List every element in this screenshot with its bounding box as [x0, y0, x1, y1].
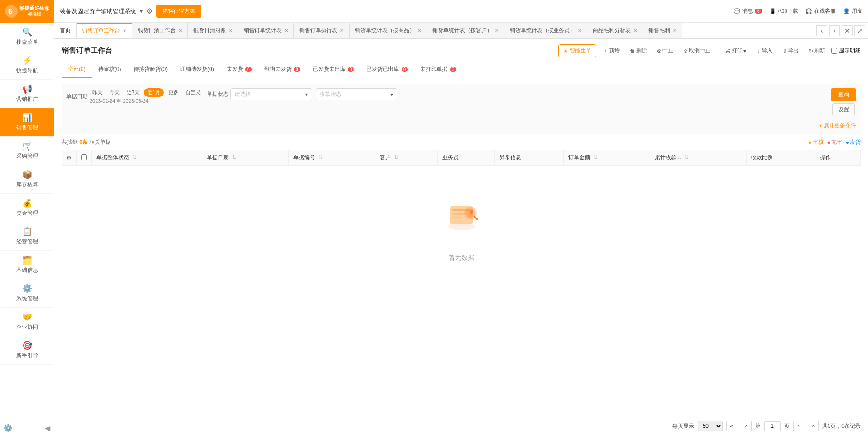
cancel-stop-btn[interactable]: ⊙ 取消中止	[680, 45, 714, 57]
filter-tab-shipped-not-in[interactable]: 已发货未出库 0	[307, 62, 360, 78]
date-filter-label: 单据日期	[66, 93, 88, 100]
sidebar-item-inventory[interactable]: 📦 库存核算	[0, 165, 54, 194]
tab-product-margin[interactable]: 商品毛利分析表 ✕	[587, 23, 643, 39]
tab-next-icon[interactable]: ›	[829, 25, 840, 36]
sidebar-settings-icon[interactable]: ⚙️	[4, 424, 13, 432]
tab-close-icon[interactable]: ✕	[417, 28, 421, 33]
add-btn[interactable]: ＋ 新增	[599, 45, 623, 57]
filter-tab-unshipped[interactable]: 未发货 0	[221, 62, 258, 78]
sidebar-collapse-icon[interactable]: ◀	[45, 424, 50, 432]
date-opt-7days[interactable]: 近7天	[124, 88, 142, 97]
app-download-item[interactable]: 📱 App下载	[769, 7, 798, 15]
query-button[interactable]: 查询	[831, 88, 856, 101]
tab-prev-icon[interactable]: ‹	[816, 25, 827, 36]
star-icon: ★	[563, 48, 568, 54]
filter-settings-button[interactable]: 设置	[832, 103, 855, 116]
filter-tab-pending-inspection[interactable]: 待拣货验货(0)	[127, 62, 174, 78]
page-size-select[interactable]: 50 10 20 100	[698, 421, 723, 431]
show-detail-checkbox[interactable]	[831, 48, 837, 54]
tab-close-icon[interactable]: ✕	[340, 28, 344, 33]
status-filter-label: 单据状态	[207, 90, 229, 98]
refresh-btn[interactable]: ↻ 刷新	[805, 45, 829, 57]
tab-home[interactable]: 首页	[54, 23, 77, 39]
tab-close-icon[interactable]: ✕	[673, 28, 676, 33]
sort-icon[interactable]: ⇅	[593, 154, 598, 161]
sidebar-item-search[interactable]: 🔍 搜索菜单	[0, 23, 54, 51]
sidebar-item-basic-info[interactable]: 🗂️ 基础信息	[0, 251, 54, 279]
sidebar-item-operations[interactable]: 📋 经营管理	[0, 222, 54, 251]
filter-tab-expired-unshipped[interactable]: 到期未发货 0	[258, 62, 307, 78]
tab-sales-summary-product[interactable]: 销货单统计表（按商品） ✕	[350, 23, 427, 39]
sidebar-item-purchase[interactable]: 🛒 采购管理	[0, 137, 54, 165]
select-all-checkbox[interactable]	[81, 154, 87, 160]
last-page-btn[interactable]: »	[808, 421, 819, 431]
system-title: 装备及固定资产辅助管理系统	[60, 7, 136, 15]
print-btn[interactable]: 🖨 打印 ▾	[722, 45, 750, 57]
next-page-btn[interactable]: ›	[793, 421, 804, 431]
tab-close-icon[interactable]: ✕	[229, 28, 232, 33]
tab-sales-profit[interactable]: 销售毛利 ✕	[643, 23, 682, 39]
filter-tab-shipped-in[interactable]: 已发货已出库 0	[360, 62, 414, 78]
tab-cash-reconcile[interactable]: 钱货日清对账 ✕	[188, 23, 238, 39]
filter-bar: 单据日期 昨天 今天 近7天 近1月 更多 自定义 2023-02-24 至 2…	[62, 84, 861, 134]
export-btn[interactable]: ⇧ 导出	[779, 45, 802, 57]
tab-close-icon[interactable]: ✕	[578, 28, 581, 33]
filter-tab-all[interactable]: 全部(0)	[62, 62, 92, 78]
date-opt-custom[interactable]: 自定义	[183, 88, 203, 97]
tab-sales-summary-customer[interactable]: 销货单统计表（按客户） ✕	[427, 23, 504, 39]
tab-close-icon[interactable]: ✕	[284, 28, 288, 33]
date-opt-today[interactable]: 今天	[107, 88, 122, 97]
online-service-item[interactable]: 🎧 在线客服	[806, 7, 836, 15]
sidebar-item-cooperation[interactable]: 🤝 企业协同	[0, 308, 54, 336]
tab-sales-stats[interactable]: 销售订单统计表 ✕	[238, 23, 294, 39]
audit-btn[interactable]: ● 审核	[808, 138, 823, 146]
import-btn[interactable]: ⇩ 导入	[753, 45, 776, 57]
sort-icon[interactable]: ⇅	[318, 154, 323, 161]
sidebar-item-system[interactable]: ⚙️ 系统管理	[0, 279, 54, 308]
delete-btn[interactable]: 🗑 删除	[626, 45, 651, 57]
filter-tab-wangpu[interactable]: 旺铺待发货(0)	[174, 62, 221, 78]
sort-icon[interactable]: ⇅	[232, 154, 236, 161]
payment-status-select[interactable]: 收款状态 ▾	[316, 88, 397, 100]
sidebar-item-sales[interactable]: 📊 销售管理	[0, 108, 54, 137]
tab-sales-exec[interactable]: 销售订单执行表 ✕	[294, 23, 350, 39]
date-opt-yesterday[interactable]: 昨天	[90, 88, 105, 97]
expand-button[interactable]: ▾ 展开更多条件	[819, 122, 856, 129]
revoke-btn[interactable]: ● 充审	[827, 138, 842, 146]
system-dropdown[interactable]: ▾	[140, 8, 143, 14]
trial-button[interactable]: 体验行业方案	[156, 5, 201, 18]
tab-close-icon[interactable]: ✕	[178, 28, 182, 33]
tab-close-icon[interactable]: ✕	[123, 28, 126, 33]
tab-sales-summary-staff[interactable]: 销货单统计表（按业务员） ✕	[504, 23, 587, 39]
first-page-btn[interactable]: «	[726, 421, 737, 431]
topbar-settings-icon[interactable]: ⚙	[146, 7, 153, 15]
sidebar-item-quick-nav[interactable]: ⚡ 快捷导航	[0, 51, 54, 80]
user-item[interactable]: 👤 用友	[843, 7, 863, 15]
tab-close-icon[interactable]: ✕	[495, 28, 499, 33]
sort-icon[interactable]: ⇅	[132, 154, 137, 161]
show-detail-label[interactable]: 显示明细	[831, 47, 861, 55]
sort-icon[interactable]: ⇅	[394, 154, 398, 161]
tab-cash-daily[interactable]: 钱货日清工作台 ✕	[132, 23, 188, 39]
date-opt-more[interactable]: 更多	[166, 88, 181, 97]
stop-btn[interactable]: ⊗ 中止	[653, 45, 677, 57]
sidebar-item-marketing[interactable]: 📢 营销推广	[0, 80, 54, 108]
col-settings[interactable]: ⚙	[62, 150, 77, 166]
sidebar-item-guide[interactable]: 🎯 新手引导	[0, 336, 54, 365]
filter-tab-unprinted[interactable]: 未打印单据 0	[414, 62, 462, 78]
prev-page-btn[interactable]: ‹	[741, 421, 752, 431]
sidebar-item-finance[interactable]: 💰 资金管理	[0, 194, 54, 222]
status-select[interactable]: 请选择 ▾	[230, 88, 312, 100]
sort-icon[interactable]: ⇅	[684, 154, 689, 161]
smart-btn[interactable]: ★ 智能生单	[558, 44, 596, 57]
message-item[interactable]: 💬 消息 6	[734, 7, 762, 15]
tab-close-all-icon[interactable]: ✕	[842, 25, 853, 36]
filter-tab-pending-review[interactable]: 待审核(0)	[92, 62, 128, 78]
tab-maximize-icon[interactable]: ⤢	[854, 25, 865, 36]
print-dropdown-icon: ▾	[743, 48, 746, 54]
ship-btn[interactable]: ● 发货	[846, 138, 861, 146]
page-number-input[interactable]: 1	[764, 421, 781, 431]
tab-close-icon[interactable]: ✕	[633, 28, 637, 33]
date-opt-1month[interactable]: 近1月	[144, 88, 164, 97]
tab-sales-order-workbench[interactable]: 销售订单工作台 ✕	[77, 23, 132, 39]
